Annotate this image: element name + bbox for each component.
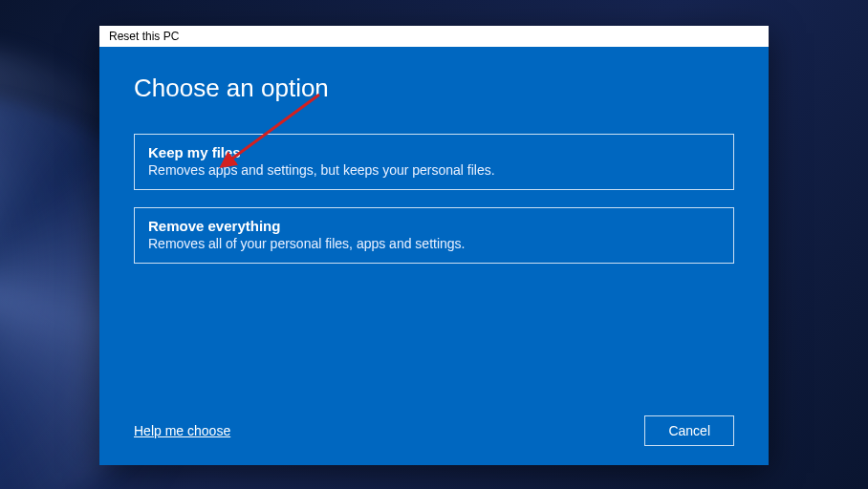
- dialog-title: Reset this PC: [109, 30, 179, 43]
- option-title: Remove everything: [148, 218, 720, 234]
- option-title: Keep my files: [148, 144, 720, 160]
- cancel-button[interactable]: Cancel: [644, 415, 734, 446]
- dialog-heading: Choose an option: [134, 74, 734, 103]
- keep-my-files-option[interactable]: Keep my files Removes apps and settings,…: [134, 134, 734, 190]
- remove-everything-option[interactable]: Remove everything Removes all of your pe…: [134, 207, 734, 264]
- help-me-choose-link[interactable]: Help me choose: [134, 423, 230, 438]
- reset-pc-dialog: Reset this PC Choose an option Keep my f…: [99, 26, 769, 465]
- dialog-titlebar: Reset this PC: [99, 26, 769, 47]
- dialog-body: Choose an option Keep my files Removes a…: [99, 47, 769, 465]
- option-description: Removes apps and settings, but keeps you…: [148, 162, 720, 178]
- option-description: Removes all of your personal files, apps…: [148, 236, 720, 251]
- dialog-footer: Help me choose Cancel: [134, 415, 734, 446]
